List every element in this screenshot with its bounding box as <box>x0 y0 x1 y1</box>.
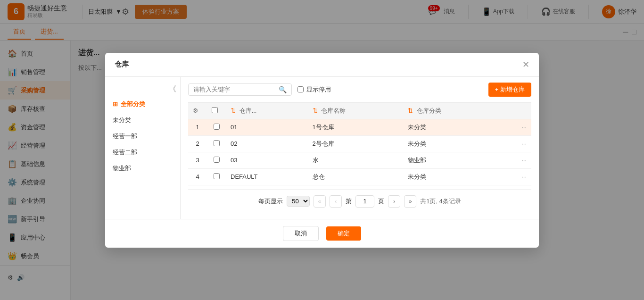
th-category-label: 仓库分类 <box>417 107 441 114</box>
table-header-row: ⚙ ⇅ 仓库... ⇅ <box>188 102 531 119</box>
row-code: 03 <box>226 152 308 168</box>
row-index: 2 <box>188 135 207 152</box>
row-code: DEFAULT <box>226 168 308 185</box>
row-actions: ··· <box>499 135 531 152</box>
dialog-main: 🔍 显示停用 + 新增仓库 ⚙ <box>181 77 539 219</box>
table-container: ⚙ ⇅ 仓库... ⇅ <box>188 102 531 185</box>
main-layout: 🏠 首页 📊 销售管理 🛒 采购管理 📦 库存核查 💰 资金管理 📈 经营管理 … <box>0 41 644 300</box>
row-category: 未分类 <box>403 168 499 185</box>
sidebar-collapse-area: 《 <box>105 83 180 96</box>
row-checkbox[interactable] <box>207 152 226 168</box>
show-disabled-label: 显示停用 <box>306 85 331 94</box>
show-disabled-checkbox[interactable] <box>297 86 304 92</box>
cat-item-unclassified[interactable]: 未分类 <box>105 112 180 128</box>
sort-icon-category: ⇅ <box>408 107 413 114</box>
cat-item-dept2[interactable]: 经营二部 <box>105 144 180 160</box>
row-code: 02 <box>226 135 308 152</box>
row-checkbox[interactable] <box>207 168 226 185</box>
page-suffix: 页 <box>378 197 384 206</box>
sort-icon-code: ⇅ <box>231 107 236 114</box>
search-icon: 🔍 <box>279 86 287 93</box>
row-code: 01 <box>226 119 308 135</box>
row-name: 总仓 <box>308 168 404 185</box>
row-name: 水 <box>308 152 404 168</box>
th-actions <box>499 102 531 119</box>
th-category: ⇅ 仓库分类 <box>403 102 499 119</box>
sidebar-collapse-btn[interactable]: 《 <box>169 84 176 94</box>
th-code: ⇅ 仓库... <box>226 102 308 119</box>
add-warehouse-btn[interactable]: + 新增仓库 <box>488 83 531 97</box>
row-more-btn[interactable]: ··· <box>521 124 527 131</box>
row-index: 4 <box>188 168 207 185</box>
dialog-toolbar: 🔍 显示停用 + 新增仓库 <box>188 83 531 97</box>
dialog-footer: 取消 确定 <box>105 219 539 248</box>
per-page-label: 每页显示 <box>258 197 283 206</box>
cat-label-dept2: 经营二部 <box>113 149 137 156</box>
cancel-btn[interactable]: 取消 <box>283 226 319 241</box>
pagination: 每页显示 50 « ‹ 第 页 › » 共1页, 4条记录 <box>188 189 531 213</box>
select-all-checkbox[interactable] <box>212 107 218 113</box>
dialog-sidebar: 《 ⊞ 全部分类 未分类 经营一部 经营二部 <box>105 77 181 219</box>
last-page-btn[interactable]: » <box>404 195 416 208</box>
th-code-label: 仓库... <box>239 107 257 114</box>
th-name: ⇅ 仓库名称 <box>308 102 404 119</box>
th-name-label: 仓库名称 <box>321 107 346 114</box>
warehouse-dialog: 仓库 ✕ 《 ⊞ 全部分类 未分类 <box>105 53 539 248</box>
per-page-select[interactable]: 50 <box>287 196 310 207</box>
row-checkbox[interactable] <box>207 135 226 152</box>
row-actions: ··· <box>499 119 531 135</box>
dialog-title: 仓库 <box>115 60 129 69</box>
show-disabled-area: 显示停用 <box>297 85 331 94</box>
page-label: 第 <box>346 197 352 206</box>
total-info: 共1页, 4条记录 <box>420 197 461 206</box>
row-more-btn[interactable]: ··· <box>521 157 527 164</box>
modal-overlay[interactable]: 仓库 ✕ 《 ⊞ 全部分类 未分类 <box>0 0 644 300</box>
grid-icon: ⊞ <box>113 100 118 108</box>
next-page-btn[interactable]: › <box>388 195 400 208</box>
row-actions: ··· <box>499 152 531 168</box>
row-category: 未分类 <box>403 135 499 152</box>
cat-item-dept1[interactable]: 经营一部 <box>105 128 180 144</box>
dialog-header: 仓库 ✕ <box>105 53 539 77</box>
warehouse-table: ⚙ ⇅ 仓库... ⇅ <box>188 102 531 185</box>
row-name: 1号仓库 <box>308 119 404 135</box>
table-row[interactable]: 3 03 水 物业部 ··· <box>188 152 531 168</box>
search-input[interactable] <box>193 86 279 93</box>
table-row[interactable]: 4 DEFAULT 总仓 未分类 ··· <box>188 168 531 185</box>
dialog-close-btn[interactable]: ✕ <box>522 59 529 70</box>
cat-item-all[interactable]: ⊞ 全部分类 <box>105 96 180 112</box>
table-row[interactable]: 1 01 1号仓库 未分类 ··· <box>188 119 531 135</box>
row-category: 物业部 <box>403 152 499 168</box>
search-box: 🔍 <box>188 83 292 96</box>
row-checkbox[interactable] <box>207 119 226 135</box>
cat-label-property: 物业部 <box>113 165 131 172</box>
table-row[interactable]: 2 02 2号仓库 未分类 ··· <box>188 135 531 152</box>
confirm-btn[interactable]: 确定 <box>326 226 361 241</box>
sort-icon-name: ⇅ <box>313 107 318 114</box>
th-check <box>207 102 226 119</box>
row-index: 1 <box>188 119 207 135</box>
row-more-btn[interactable]: ··· <box>521 140 527 147</box>
cat-label-unclassified: 未分类 <box>113 117 131 124</box>
table-body: 1 01 1号仓库 未分类 ··· 2 <box>188 119 531 185</box>
first-page-btn[interactable]: « <box>314 195 326 208</box>
page-number-input[interactable] <box>355 195 374 208</box>
row-index: 3 <box>188 152 207 168</box>
table-head: ⚙ ⇅ 仓库... ⇅ <box>188 102 531 119</box>
cat-label-all: 全部分类 <box>121 100 145 108</box>
th-gear: ⚙ <box>188 102 207 119</box>
row-name: 2号仓库 <box>308 135 404 152</box>
cat-item-property[interactable]: 物业部 <box>105 160 180 176</box>
row-more-btn[interactable]: ··· <box>521 173 527 180</box>
cat-label-dept1: 经营一部 <box>113 133 137 140</box>
prev-page-btn[interactable]: ‹ <box>330 195 342 208</box>
row-actions: ··· <box>499 168 531 185</box>
dialog-body: 《 ⊞ 全部分类 未分类 经营一部 经营二部 <box>105 77 539 219</box>
row-category: 未分类 <box>403 119 499 135</box>
